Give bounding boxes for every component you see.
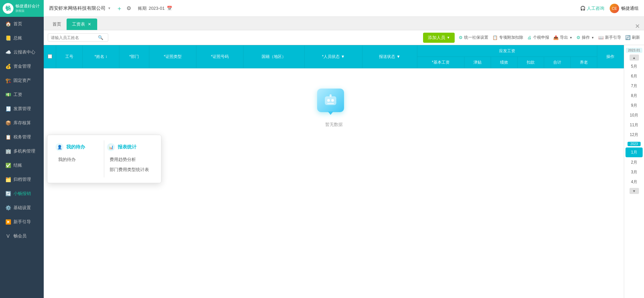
tab-payroll[interactable]: 工资表 ✕ (67, 19, 97, 30)
select-all-checkbox[interactable] (48, 54, 52, 59)
tab-close-all-button[interactable]: ✕ (635, 23, 640, 30)
sidebar-item-tax[interactable]: 📋 税务管理 (0, 130, 44, 144)
sidebar-item-fund[interactable]: 💰 资金管理 (0, 59, 44, 73)
search-icon: 🔍 (98, 35, 103, 40)
tab-home[interactable]: 首页 (47, 19, 67, 30)
headphone-icon: 🎧 (580, 6, 585, 11)
timeline-down-nav[interactable]: ▼ (630, 188, 639, 194)
sidebar-item-multi-org[interactable]: 🏢 多机构管理 (0, 144, 44, 158)
sidebar-item-payroll[interactable]: 💵 工资 (0, 88, 44, 102)
refresh-action[interactable]: 🔄 刷新 (625, 35, 640, 40)
tab-home-label: 首页 (52, 21, 61, 27)
username: 畅捷通组 (621, 5, 639, 11)
topbar-right: 🎧 人工咨询 CE 畅捷通组 (580, 4, 639, 13)
operations-action[interactable]: ⚙ 操作 ▼ (576, 35, 594, 40)
sidebar-icon-fund: 💰 (5, 64, 11, 69)
sidebar-item-ledger[interactable]: 📒 总账 (0, 31, 44, 45)
checkbox-header[interactable] (44, 45, 56, 68)
timeline-month-7[interactable]: 7月 (624, 81, 644, 91)
table-header-row-1: 工号 *姓名 ↕ *部门 *证照类型 *证照号码 国籍（地区） *人员状态 ▼ … (44, 45, 624, 57)
tax-report-action[interactable]: 🖨 个税申报 (527, 35, 549, 40)
special-deduction-action[interactable]: 📋 专项附加扣除 (492, 35, 523, 40)
col-dept: *部门 (119, 45, 149, 68)
col-number: 工号 (56, 45, 83, 68)
sidebar-item-basic-settings[interactable]: ⚙️ 基础设置 (0, 201, 44, 215)
timeline-month-6[interactable]: 6月 (624, 71, 644, 81)
sidebar-label-checkout: 结账 (13, 162, 22, 168)
sidebar-nav: 🏠 首页 📒 总账 ☁️ 云报表中心 💰 资金管理 🏗️ 固定资产 💵 工资 🧾… (0, 17, 44, 298)
new-guide-action[interactable]: 📖 新手引导 (598, 35, 621, 40)
sidebar-icon-home: 🏠 (5, 21, 11, 27)
timeline-month-4[interactable]: 4月 (624, 177, 644, 187)
tax-report-icon: 🖨 (527, 35, 532, 40)
sidebar-label-fund: 资金管理 (13, 63, 31, 69)
sidebar-item-home[interactable]: 🏠 首页 (0, 17, 44, 31)
dropdown-item-my-todo[interactable]: 我的待办 (55, 155, 101, 165)
sidebar-item-new-guide[interactable]: ▶️ 新手引导 (0, 215, 44, 229)
customer-service[interactable]: 🎧 人工咨询 (580, 5, 604, 11)
no-data-icon (317, 89, 351, 115)
sidebar-label-new-guide: 新手引导 (13, 219, 31, 225)
sidebar-item-xiaochang[interactable]: 🔄 小畅报销 (0, 187, 44, 201)
col-base-salary: *基本工资 (417, 57, 464, 68)
sidebar-item-member[interactable]: V 畅会员 (0, 229, 44, 243)
timeline-month-8[interactable]: 8月 (624, 91, 644, 101)
col-id-type: *证照类型 (149, 45, 196, 68)
dropdown-item-dept-cost[interactable]: 部门费用类型统计表 (107, 165, 153, 175)
dropdown-report-header: 📊 报表统计 (107, 143, 153, 151)
col-pension: 养老 (570, 57, 597, 68)
settings-icon[interactable]: ⚙ (126, 5, 131, 11)
timeline-month-10[interactable]: 10月 (624, 110, 644, 120)
search-input[interactable] (51, 35, 98, 40)
sidebar-item-fixed-assets[interactable]: 🏗️ 固定资产 (0, 73, 44, 88)
timeline-month-1[interactable]: 1月 (626, 147, 643, 157)
svg-point-2 (331, 99, 334, 102)
avatar-text: CE (612, 6, 617, 10)
col-nationality: 国籍（地区） (243, 45, 304, 68)
timeline-up-nav[interactable]: ▲ (630, 55, 639, 61)
sidebar-icon-inventory: 📦 (5, 120, 11, 126)
timeline-month-9[interactable]: 9月 (624, 101, 644, 110)
dropdown-section-todo: 👤 我的待办 我的待办 (53, 140, 104, 177)
dropdown-item-cost-trend[interactable]: 费用趋势分析 (107, 155, 153, 165)
sidebar-icon-checkout: ✅ (5, 163, 11, 168)
export-action[interactable]: 📤 导出 ▼ (553, 35, 572, 40)
calendar-icon[interactable]: 📅 (167, 6, 172, 11)
todo-title: 我的待办 (66, 144, 85, 150)
sidebar-icon-multi-org: 🏢 (5, 148, 11, 154)
sidebar-label-member: 畅会员 (13, 233, 27, 239)
sidebar-icon-tax: 📋 (5, 134, 11, 140)
operations-icon: ⚙ (576, 35, 580, 40)
sidebar-item-invoice[interactable]: 🧾 发票管理 (0, 102, 44, 116)
sidebar-label-fixed-assets: 固定资产 (13, 77, 31, 84)
add-person-button[interactable]: 添加人员 ▼ (423, 33, 455, 43)
company-name: 西安虾米网络科技有限公司 (49, 5, 106, 11)
sidebar-item-archive[interactable]: 🗂️ 归档管理 (0, 172, 44, 187)
timeline-month-5[interactable]: 5月 (624, 62, 644, 71)
sidebar-item-cloud-report[interactable]: ☁️ 云报表中心 (0, 45, 44, 59)
social-insurance-action[interactable]: ⚙ 统一社保设置 (459, 35, 488, 40)
sidebar-item-inventory[interactable]: 📦 库存核算 (0, 116, 44, 130)
sidebar-label-basic-settings: 基础设置 (13, 205, 31, 211)
col-performance: 绩效 (491, 57, 518, 68)
col-total: 合计 (544, 57, 570, 68)
company-selector[interactable]: 西安虾米网络科技有限公司 ▼ (49, 5, 111, 11)
sidebar-item-checkout[interactable]: ✅ 结账 (0, 158, 44, 172)
timeline-month-3[interactable]: 3月 (624, 167, 644, 177)
new-guide-icon: 📖 (598, 35, 604, 40)
tab-close-button[interactable]: ✕ (87, 22, 92, 27)
timeline-month-2[interactable]: 2月 (624, 158, 644, 167)
timeline-month-12[interactable]: 12月 (624, 130, 644, 140)
export-label: 导出 (560, 35, 568, 40)
add-button[interactable]: ＋ (116, 4, 122, 12)
col-allowance: 津贴 (464, 57, 491, 68)
main-area: 西安虾米网络科技有限公司 ▼ ＋ ⚙ 账期 2023-01 📅 🎧 人工咨询 C… (44, 0, 644, 298)
app-sub: 旗舰版 (15, 9, 40, 13)
avatar: CE (610, 4, 619, 13)
timeline-month-11[interactable]: 11月 (624, 120, 644, 130)
sidebar-icon-xiaochang: 🔄 (5, 191, 11, 196)
period-value: 2023-01 (149, 6, 165, 11)
svg-rect-3 (327, 103, 334, 104)
user-info[interactable]: CE 畅捷通组 (610, 4, 639, 13)
no-data-robot-icon (317, 89, 344, 112)
